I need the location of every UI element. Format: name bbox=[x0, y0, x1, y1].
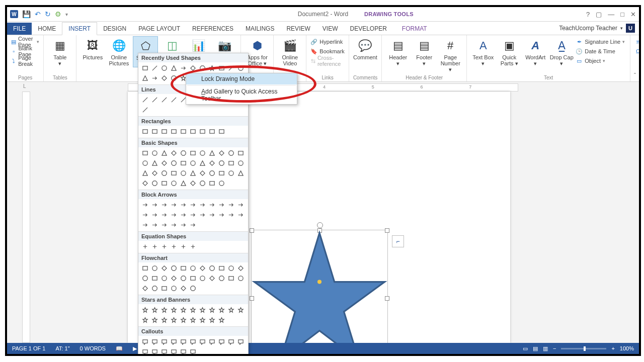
shape-icon[interactable] bbox=[159, 158, 169, 168]
shape-icon[interactable] bbox=[198, 305, 207, 315]
undo-icon[interactable]: ↶ bbox=[35, 10, 41, 18]
shape-icon[interactable] bbox=[226, 274, 236, 283]
tab-review[interactable]: REVIEW bbox=[280, 23, 316, 35]
shape-icon[interactable] bbox=[179, 263, 188, 273]
shape-icon[interactable] bbox=[207, 168, 217, 178]
shape-icon[interactable] bbox=[207, 210, 217, 220]
status-page[interactable]: PAGE 1 OF 1 bbox=[7, 345, 50, 351]
shape-icon[interactable] bbox=[188, 274, 198, 283]
shape-icon[interactable] bbox=[140, 148, 150, 158]
shape-icon[interactable] bbox=[188, 178, 198, 188]
shape-icon[interactable] bbox=[159, 95, 169, 105]
status-at[interactable]: AT: 1" bbox=[50, 345, 74, 351]
collapse-ribbon-icon[interactable]: ˆ bbox=[634, 72, 636, 79]
shape-icon[interactable] bbox=[150, 178, 159, 188]
shape-icon[interactable] bbox=[159, 242, 169, 251]
shape-icon[interactable] bbox=[179, 148, 188, 158]
shape-icon[interactable] bbox=[236, 274, 246, 283]
drop-cap-button[interactable]: A̲Drop Cap ▾ bbox=[549, 36, 574, 66]
layout-options-icon[interactable]: ⌐ bbox=[392, 235, 404, 247]
header-button[interactable]: ▤Header▾ bbox=[386, 36, 410, 66]
shape-icon[interactable] bbox=[198, 210, 207, 220]
shape-icon[interactable] bbox=[188, 148, 198, 158]
shape-icon[interactable] bbox=[159, 178, 169, 188]
shape-icon[interactable] bbox=[179, 305, 188, 315]
shape-icon[interactable] bbox=[169, 127, 179, 136]
shape-icon[interactable] bbox=[226, 210, 236, 220]
shape-icon[interactable] bbox=[150, 148, 159, 158]
shape-icon[interactable] bbox=[169, 73, 179, 83]
view-web-icon[interactable]: ▥ bbox=[543, 345, 548, 352]
shape-icon[interactable] bbox=[207, 200, 217, 210]
shape-icon[interactable] bbox=[169, 337, 179, 346]
shape-icon[interactable] bbox=[159, 220, 169, 230]
shape-icon[interactable] bbox=[150, 315, 159, 325]
shape-icon[interactable] bbox=[159, 63, 169, 73]
shape-icon[interactable] bbox=[150, 168, 159, 178]
shape-icon[interactable] bbox=[207, 148, 217, 158]
shape-icon[interactable] bbox=[159, 73, 169, 83]
shape-icon[interactable] bbox=[159, 127, 169, 136]
shape-icon[interactable] bbox=[226, 168, 236, 178]
status-words[interactable]: 0 WORDS bbox=[75, 345, 111, 351]
shape-icon[interactable] bbox=[169, 158, 179, 168]
text-box-button[interactable]: AText Box ▾ bbox=[471, 36, 495, 66]
shape-icon[interactable] bbox=[226, 200, 236, 210]
shape-icon[interactable] bbox=[150, 63, 159, 73]
table-button[interactable]: ▦Table▾ bbox=[48, 36, 72, 66]
shape-icon[interactable] bbox=[159, 305, 169, 315]
shape-icon[interactable] bbox=[207, 263, 217, 273]
tab-mailings[interactable]: MAILINGS bbox=[239, 23, 280, 35]
shape-icon[interactable] bbox=[179, 220, 188, 230]
shape-icon[interactable] bbox=[188, 158, 198, 168]
shape-icon[interactable] bbox=[140, 63, 150, 73]
shape-icon[interactable] bbox=[198, 63, 207, 73]
view-read-icon[interactable]: ▭ bbox=[523, 345, 528, 352]
tab-page-layout[interactable]: PAGE LAYOUT bbox=[132, 23, 186, 35]
shape-icon[interactable] bbox=[207, 127, 217, 136]
wordart-button[interactable]: AWordArt▾ bbox=[523, 36, 547, 66]
shape-icon[interactable] bbox=[217, 337, 226, 346]
shape-icon[interactable] bbox=[198, 158, 207, 168]
shape-icon[interactable] bbox=[217, 263, 226, 273]
help-icon[interactable]: ? bbox=[586, 11, 590, 18]
shape-icon[interactable] bbox=[179, 347, 188, 356]
shape-icon[interactable] bbox=[159, 347, 169, 356]
qat-extra-icon[interactable]: ⚙ bbox=[55, 10, 61, 18]
shape-icon[interactable] bbox=[150, 274, 159, 283]
shape-icon[interactable] bbox=[236, 158, 246, 168]
shape-icon[interactable] bbox=[207, 178, 217, 188]
shape-icon[interactable] bbox=[140, 178, 150, 188]
shape-icon[interactable] bbox=[169, 220, 179, 230]
tab-file[interactable]: FILE bbox=[7, 23, 32, 35]
shape-icon[interactable] bbox=[188, 210, 198, 220]
shape-icon[interactable] bbox=[217, 168, 226, 178]
shape-icon[interactable] bbox=[198, 274, 207, 283]
shape-icon[interactable] bbox=[169, 210, 179, 220]
status-proofing-icon[interactable]: 📖 bbox=[111, 345, 128, 352]
shape-icon[interactable] bbox=[179, 200, 188, 210]
shape-icon[interactable] bbox=[207, 63, 217, 73]
shape-icon[interactable] bbox=[169, 305, 179, 315]
shape-icon[interactable] bbox=[140, 274, 150, 283]
shape-icon[interactable] bbox=[207, 305, 217, 315]
shape-icon[interactable] bbox=[217, 63, 226, 73]
ribbon-options-icon[interactable]: ▢ bbox=[596, 11, 602, 18]
shape-icon[interactable] bbox=[150, 347, 159, 356]
shape-icon[interactable] bbox=[217, 127, 226, 136]
tab-developer[interactable]: DEVELOPER bbox=[344, 23, 392, 35]
footer-button[interactable]: ▤Footer▾ bbox=[412, 36, 436, 66]
shape-icon[interactable] bbox=[217, 315, 226, 325]
shape-icon[interactable] bbox=[198, 315, 207, 325]
tab-design[interactable]: DESIGN bbox=[97, 23, 132, 35]
minimize-icon[interactable]: — bbox=[608, 11, 614, 18]
comment-button[interactable]: 💬Comment bbox=[353, 36, 377, 60]
shape-icon[interactable] bbox=[150, 127, 159, 136]
shape-icon[interactable] bbox=[188, 305, 198, 315]
shape-adjust-handle[interactable] bbox=[317, 280, 321, 284]
shape-icon[interactable] bbox=[236, 148, 246, 158]
vertical-ruler[interactable] bbox=[22, 92, 30, 343]
shape-icon[interactable] bbox=[159, 284, 169, 293]
shape-icon[interactable] bbox=[226, 337, 236, 346]
shape-icon[interactable] bbox=[140, 263, 150, 273]
